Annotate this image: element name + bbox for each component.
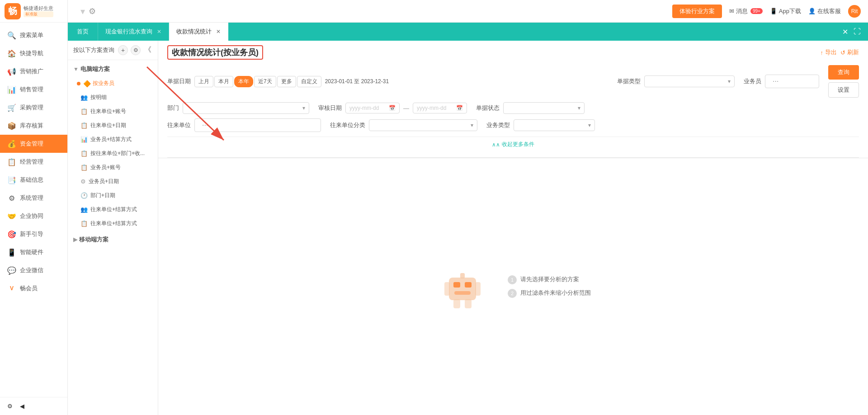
sidebar-label-marketing: 营销推广 [20, 67, 43, 75]
maximize-window-icon[interactable]: ⛶ [854, 28, 861, 36]
filter-area: 单据日期 上月 本月 本年 近7天 更多 自定义 2023-01-01 至 20… [167, 65, 859, 158]
sidebar-label-system: 系统管理 [20, 194, 43, 202]
date-dash: — [403, 105, 409, 112]
sidebar-item-marketing[interactable]: 📢 营销推广 [0, 62, 67, 80]
logo-title: 畅捷通好生意 [24, 5, 53, 11]
biz-type-dropdown[interactable]: ▾ [514, 119, 595, 131]
date-btn-this-month[interactable]: 本月 [214, 76, 233, 87]
svg-rect-8 [465, 299, 472, 308]
calendar-icon-end[interactable]: 📅 [456, 105, 463, 111]
close-window-icon[interactable]: ✕ [842, 28, 848, 36]
sidebar-item-wechat[interactable]: 💬 企业微信 [0, 261, 67, 279]
tree-item-partner-account[interactable]: 📋 往来单位+账号 [68, 104, 158, 118]
audit-date-end[interactable]: yyyy-mm-dd 📅 [413, 103, 467, 113]
tree-item-desktop-scheme[interactable]: ▼ 电脑端方案 [68, 62, 158, 76]
topbar: ▾ ⚙ 体验行业方案 ✉ 消息 99+ 📱 App下载 👤 在线客服 Rit [68, 0, 868, 23]
collapse-panel-button[interactable]: 《 [143, 45, 152, 54]
doc-type-label: 单据类型 [617, 77, 641, 85]
sidebar-item-smarthw[interactable]: 📱 智能硬件 [0, 243, 67, 261]
sidebar-item-guide[interactable]: 🎯 新手引导 [0, 225, 67, 243]
sidebar-item-member[interactable]: V 畅会员 [0, 279, 67, 297]
salesperson-dropdown[interactable]: ··· [765, 75, 819, 88]
tree-item-salesperson-settlement[interactable]: 📊 业务员+结算方式 [68, 132, 158, 146]
sidebar-item-operations[interactable]: 📋 经营管理 [0, 153, 67, 171]
trial-button[interactable]: 体验行业方案 [672, 5, 722, 18]
sidebar-label-quicknav: 快捷导航 [20, 49, 43, 57]
wechat-icon: 💬 [7, 266, 16, 275]
scheme-settings-button[interactable]: ⚙ [131, 45, 141, 55]
tree-item-partner-date[interactable]: 📋 往来单位+日期 [68, 118, 158, 132]
sidebar-item-baseinfo[interactable]: 📑 基础信息 [0, 171, 67, 189]
audit-start-placeholder: yyyy-mm-dd [349, 105, 379, 111]
partner-settlement2-label: 往来单位+结算方式 [90, 220, 137, 227]
tabbar: 首页 现金银行流水查询 ✕ 收款情况统计 ✕ ✕ ⛶ [68, 23, 868, 41]
user-avatar[interactable]: Rit [848, 5, 861, 18]
settings-button[interactable]: 设置 [828, 82, 859, 98]
tree-item-by-detail[interactable]: 👥 按明细 [68, 90, 158, 104]
app-download-label: App下载 [779, 7, 801, 15]
sidebar-item-inventory[interactable]: 📦 库存核算 [0, 117, 67, 135]
calendar-icon-start[interactable]: 📅 [389, 105, 396, 111]
tab-collection[interactable]: 收款情况统计 ✕ [169, 23, 228, 41]
svg-rect-2 [465, 282, 472, 288]
salesperson-label: 业务员 [744, 77, 761, 85]
add-scheme-button[interactable]: + [118, 45, 128, 55]
biz-type-label: 业务类型 [486, 121, 510, 129]
logo-text: 畅捷通好生意 标准版 [24, 5, 53, 18]
message-button[interactable]: ✉ 消息 99+ [729, 7, 763, 15]
collapse-filter-button[interactable]: ∧∧ 收起更多条件 [167, 137, 859, 152]
sidebar-item-finance[interactable]: 💰 资金管理 [0, 135, 67, 153]
marketing-icon: 📢 [7, 67, 16, 76]
message-badge: 99+ [750, 8, 763, 14]
sidebar-item-search[interactable]: 🔍 搜索菜单 [0, 26, 67, 44]
sidebar-item-enterprise[interactable]: 🤝 企业协同 [0, 207, 67, 225]
mobile-scheme-label: 移动端方案 [79, 236, 108, 244]
source-category-dropdown[interactable]: ▾ [369, 119, 477, 131]
query-button[interactable]: 查询 [828, 65, 859, 80]
filter-row-2: 部门 ▾ 审核日期 yyyy-mm-dd 📅 [167, 102, 859, 114]
export-button[interactable]: ↑ 导出 [821, 48, 837, 57]
settings-footer-icon[interactable]: ⚙ [7, 403, 13, 410]
tree-item-partner-settlement1[interactable]: 👥 往来单位+结算方式 [68, 203, 158, 217]
partner-settlement1-label: 往来单位+结算方式 [90, 206, 137, 213]
source-dropdown[interactable]: ··· [194, 118, 321, 132]
filter-source-category: 往来单位分类 ▾ [330, 119, 477, 131]
doc-type-dropdown[interactable]: ▾ [644, 75, 735, 87]
tab-home[interactable]: 首页 [68, 23, 98, 41]
app-download-button[interactable]: 📱 App下载 [770, 7, 801, 15]
sidebar-item-system[interactable]: ⚙ 系统管理 [0, 189, 67, 207]
dept-dropdown[interactable]: ▾ [183, 102, 309, 114]
filter-doc-type: 单据类型 ▾ [617, 75, 735, 87]
date-btn-7days[interactable]: 近7天 [254, 76, 276, 87]
tab-bank-close-icon[interactable]: ✕ [157, 28, 161, 35]
tree-item-salesperson-date[interactable]: ⚙ 业务员+日期 [68, 174, 158, 189]
date-btn-last-month[interactable]: 上月 [194, 76, 213, 87]
tree-item-mobile-scheme[interactable]: ▶ 移动端方案 [68, 232, 158, 247]
tree-item-partner-settlement2[interactable]: 📋 往来单位+结算方式 [68, 217, 158, 231]
tab-collection-close-icon[interactable]: ✕ [216, 28, 221, 35]
collapse-up-icon: ∧∧ [492, 141, 500, 148]
salesperson-more-icon[interactable]: ··· [771, 77, 780, 85]
tree-item-by-salesperson[interactable]: 🔶 按业务员 [68, 76, 158, 90]
date-btn-more[interactable]: 更多 [277, 76, 296, 87]
tree-item-partner-dept-collect[interactable]: 📋 按往来单位+部门+收... [68, 146, 158, 160]
online-service-button[interactable]: 👤 在线客服 [808, 7, 841, 15]
nav-chevron-icon[interactable]: ▾ [80, 6, 85, 17]
logo-icon: 畅 [5, 3, 21, 19]
audit-date-start[interactable]: yyyy-mm-dd 📅 [345, 103, 400, 113]
doc-status-dropdown[interactable]: ▾ [503, 102, 585, 114]
enterprise-icon: 🤝 [7, 212, 16, 221]
source-more-icon[interactable]: ··· [200, 121, 210, 129]
tree-item-dept-date[interactable]: 🕐 部门+日期 [68, 189, 158, 203]
sidebar-item-quicknav[interactable]: 🏠 快捷导航 [0, 44, 67, 62]
refresh-button[interactable]: ↺ 刷新 [840, 48, 859, 57]
gear-topbar-icon[interactable]: ⚙ [89, 6, 96, 16]
date-btn-this-year[interactable]: 本年 [234, 76, 253, 87]
refresh-icon: ↺ [840, 49, 845, 56]
collapse-sidebar-icon[interactable]: ◀ [20, 403, 24, 410]
date-btn-custom[interactable]: 自定义 [297, 76, 321, 87]
tree-item-salesperson-account[interactable]: 📋 业务员+账号 [68, 160, 158, 174]
tab-bank[interactable]: 现金银行流水查询 ✕ [98, 23, 169, 41]
sidebar-item-purchase[interactable]: 🛒 采购管理 [0, 99, 67, 117]
sidebar-item-sales[interactable]: 📊 销售管理 [0, 80, 67, 99]
